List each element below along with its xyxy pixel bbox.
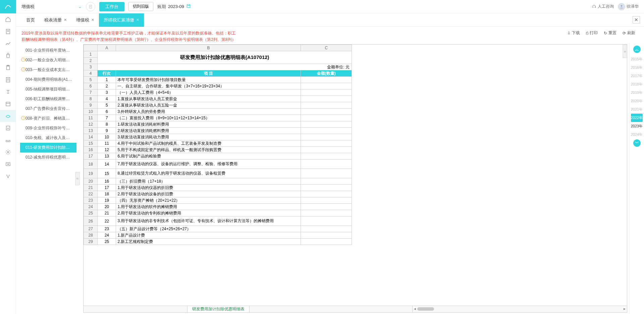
sheet-tab[interactable]: 研发费用加计扣除优惠明细表	[187, 306, 250, 312]
nav-tax-icon[interactable]	[0, 110, 16, 122]
nav-chart-icon[interactable]	[0, 38, 16, 50]
row-header[interactable]: 9	[84, 102, 98, 109]
nav-calendar-icon[interactable]	[0, 98, 16, 110]
row-header[interactable]: 26	[84, 216, 98, 226]
col-header-B[interactable]: B	[116, 45, 301, 51]
row-num-cell[interactable]: 1	[98, 77, 116, 83]
row-header[interactable]: 28	[84, 232, 98, 239]
year-option[interactable]: 2016年	[631, 63, 643, 72]
sheet-corner[interactable]	[84, 45, 98, 51]
scroll-right-icon[interactable]: ►	[623, 307, 626, 311]
form-list-item[interactable]: 011-研发费用加计扣除优惠...	[20, 143, 76, 152]
value-cell[interactable]	[301, 239, 352, 245]
row-header[interactable]: 4	[84, 70, 98, 77]
item-cell[interactable]: 2.研发活动直接消耗燃料费用	[116, 128, 301, 134]
row-header[interactable]: 25	[84, 210, 98, 216]
year-up-button[interactable]: ︽	[633, 46, 641, 53]
close-icon[interactable]: ✕	[136, 18, 139, 22]
year-option[interactable]: 2024年	[631, 130, 643, 139]
row-num-cell[interactable]: 20	[98, 204, 116, 210]
collapse-form-list-handle[interactable]: ‹‹	[75, 172, 80, 185]
value-cell[interactable]	[301, 210, 352, 216]
value-cell[interactable]	[301, 115, 352, 121]
row-num-cell[interactable]: 9	[98, 128, 116, 134]
year-option[interactable]: 2017年	[631, 72, 643, 80]
horizontal-scrollbar[interactable]: ◄ ►	[412, 306, 627, 312]
form-list-item[interactable]: 002-一般企业收入明细表(A...	[20, 55, 76, 65]
value-cell[interactable]	[301, 197, 352, 204]
item-cell[interactable]: 1.研发活动直接消耗材料费用	[116, 121, 301, 128]
row-num-cell[interactable]: 12	[98, 147, 116, 153]
value-cell[interactable]	[301, 77, 352, 83]
sheet-scroll-area[interactable]: A B C 1 研发费用加计扣除优惠明细表(A107012) 2 3	[84, 45, 627, 306]
value-cell[interactable]	[301, 191, 352, 197]
row-header[interactable]: 5	[84, 77, 98, 83]
item-cell[interactable]: 3.外聘研发人员的劳务费用	[116, 109, 301, 115]
nav-doc-icon[interactable]	[0, 25, 16, 38]
value-cell[interactable]	[301, 232, 352, 239]
tab-3[interactable]: 所得税汇算清缴✕	[99, 13, 144, 27]
org-selector[interactable]: 增值税 ⌄	[21, 4, 82, 10]
user-menu[interactable]: 徐泽华	[618, 3, 639, 10]
row-header[interactable]: 13	[84, 128, 98, 134]
value-cell[interactable]	[301, 134, 352, 140]
row-num-cell[interactable]: 8	[98, 121, 116, 128]
nav-inbox-icon[interactable]	[0, 134, 16, 146]
row-header[interactable]: 20	[84, 178, 98, 185]
row-num-cell[interactable]: 2	[98, 83, 116, 89]
item-cell[interactable]: 2.用于研发活动的专利权的摊销费用	[116, 210, 301, 216]
value-cell[interactable]	[301, 102, 352, 109]
item-cell[interactable]: 8.通过经营租赁方式租入的用于研发活动的仪器、设备租赁费	[116, 169, 301, 178]
value-cell[interactable]	[301, 169, 352, 178]
row-header[interactable]: 23	[84, 197, 98, 204]
value-cell[interactable]	[301, 83, 352, 89]
year-option[interactable]: 2022年	[631, 114, 643, 122]
row-header[interactable]: 12	[84, 121, 98, 128]
nav-text-icon[interactable]	[0, 86, 16, 98]
row-num-cell[interactable]: 15	[98, 169, 116, 178]
year-option[interactable]: 2020年	[631, 97, 643, 105]
row-header[interactable]: 6	[84, 83, 98, 89]
row-header[interactable]: 22	[84, 191, 98, 197]
row-num-cell[interactable]: 25	[98, 239, 116, 245]
col-header-C[interactable]: C	[301, 45, 352, 51]
scroll-thumb[interactable]	[417, 307, 434, 311]
year-down-button[interactable]: ︾	[633, 139, 641, 147]
row-num-cell[interactable]: 7	[98, 115, 116, 121]
row-header[interactable]: 17	[84, 153, 98, 160]
row-header[interactable]: 2	[84, 58, 98, 64]
item-cell[interactable]: 1.用于研发活动的仪器的折旧费	[116, 185, 301, 191]
form-list-item[interactable]: 004-期间费用明细表(A1040...	[20, 75, 76, 84]
row-num-cell[interactable]: 4	[98, 96, 116, 102]
app-logo[interactable]	[0, 0, 16, 13]
nav-settings-icon[interactable]	[0, 146, 16, 158]
nav-clipboard-icon[interactable]	[0, 62, 16, 74]
row-num-cell[interactable]: 24	[98, 232, 116, 239]
item-cell[interactable]: 2.直接从事研发活动人员五险一金	[116, 102, 301, 109]
row-num-cell[interactable]: 6	[98, 109, 116, 115]
item-cell[interactable]: 本年可享受研发费用加计扣除项目数量	[116, 77, 301, 83]
form-list-item[interactable]: 010-免税、减计收入及加计...	[20, 133, 76, 143]
nav-calc-icon[interactable]	[0, 74, 16, 86]
row-header[interactable]: 24	[84, 204, 98, 210]
value-cell[interactable]	[301, 128, 352, 134]
row-num-cell[interactable]: 5	[98, 102, 116, 109]
row-num-cell[interactable]: 10	[98, 134, 116, 140]
year-option[interactable]: 2015年	[631, 55, 643, 63]
value-cell[interactable]	[301, 89, 352, 96]
item-cell[interactable]: 5.用于不构成固定资产的样品、样机及一般测试手段购置费	[116, 147, 301, 153]
item-cell[interactable]: 1.新产品设计费	[116, 232, 301, 239]
tab-0[interactable]: 首页	[21, 13, 40, 27]
doc-circle-button[interactable]	[86, 2, 95, 11]
item-cell[interactable]: （四）无形资产摊销（20+21+22）	[116, 197, 301, 204]
form-list-item[interactable]: 003-一般企业成本支出明细...	[20, 65, 76, 75]
value-cell[interactable]	[301, 178, 352, 185]
year-option[interactable]: 2021年	[631, 105, 643, 114]
form-list-item[interactable]: 008-资产折旧、摊销及纳税...	[20, 114, 76, 123]
form-list-item[interactable]: 005-纳税调整项目明细表(A1...	[20, 84, 76, 94]
item-cell[interactable]: 2.新工艺规程制定费	[116, 239, 301, 245]
item-cell[interactable]: 4.用于中间试验和产品试制的模具、工艺装备开发及制造费	[116, 140, 301, 147]
nav-home-icon[interactable]	[0, 13, 16, 25]
row-header[interactable]: 15	[84, 140, 98, 147]
expand-sheet-handle[interactable]: ››	[623, 45, 627, 58]
